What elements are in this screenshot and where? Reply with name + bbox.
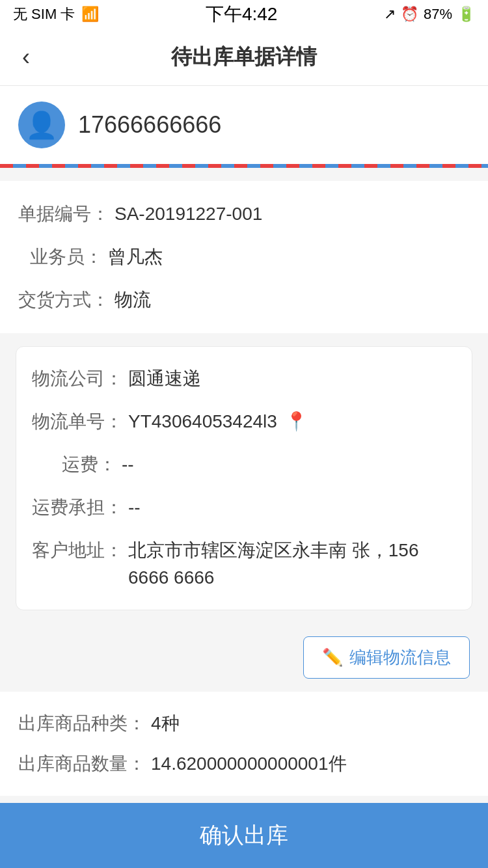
delivery-method-label: 交货方式： (18, 286, 109, 314)
tracking-no-row: 物流单号： YT43064053424l3 📍 (32, 408, 456, 435)
freight-row: 运费： -- (32, 451, 456, 478)
avatar: 👤 (18, 102, 65, 148)
order-info-section: 单据编号： SA-20191227-001 业务员： 曾凡杰 交货方式： 物流 (0, 181, 488, 333)
map-pin-icon[interactable]: 📍 (285, 408, 308, 435)
location-status-icon: ↗ (384, 6, 396, 23)
status-left: 无 SIM 卡 📶 (13, 5, 99, 24)
back-button[interactable]: ‹ (16, 37, 36, 77)
goods-types-row: 出库商品种类： 4种 (18, 711, 470, 736)
section-divider (0, 679, 488, 692)
logistics-company-row: 物流公司： 圆通速递 (32, 365, 456, 392)
status-right: ↗ ⏰ 87% 🔋 (384, 6, 475, 23)
edit-logistics-button[interactable]: ✏️ 编辑物流信息 (303, 636, 470, 679)
battery-text: 87% (424, 6, 452, 23)
freight-value: -- (122, 451, 456, 478)
goods-section: 出库商品种类： 4种 出库商品数量： 14.620000000000001件 (0, 692, 488, 796)
order-no-label: 单据编号： (18, 200, 109, 228)
customer-phone: 17666666666 (78, 111, 221, 139)
sales-person-value: 曾凡杰 (108, 243, 470, 271)
battery-icon: 🔋 (457, 6, 475, 23)
address-label: 客户地址： (32, 537, 123, 564)
goods-types-label: 出库商品种类： (18, 711, 146, 736)
edit-icon: ✏️ (322, 647, 343, 668)
page-title: 待出库单据详情 (171, 43, 317, 72)
customer-header: 👤 17666666666 (0, 86, 488, 164)
logistics-card: 物流公司： 圆通速递 物流单号： YT43064053424l3 📍 运费： -… (16, 346, 472, 610)
confirm-btn-bar[interactable]: 确认出库 (0, 803, 488, 868)
carrier-text: 无 SIM 卡 (13, 5, 75, 24)
logistics-company-value: 圆通速递 (128, 365, 456, 392)
alarm-icon: ⏰ (401, 6, 418, 23)
tracking-no-value: YT43064053424l3 📍 (128, 408, 456, 435)
address-row: 客户地址： 北京市市辖区海淀区永丰南 张，156 6666 6666 (32, 537, 456, 591)
delivery-method-row: 交货方式： 物流 (18, 286, 470, 314)
avatar-icon: 👤 (25, 110, 58, 141)
edit-btn-row: ✏️ 编辑物流信息 (0, 623, 488, 679)
freight-bear-value: -- (128, 494, 456, 521)
sales-person-label: 业务员： (18, 243, 103, 271)
wifi-icon: 📶 (81, 6, 99, 23)
order-no-value: SA-20191227-001 (115, 200, 470, 228)
status-time: 下午4:42 (206, 2, 278, 27)
freight-label: 运费： (32, 451, 116, 478)
dashed-separator (0, 164, 488, 168)
delivery-method-value: 物流 (115, 286, 470, 314)
address-value: 北京市市辖区海淀区永丰南 张，156 6666 6666 (128, 537, 456, 591)
freight-bear-label: 运费承担： (32, 494, 123, 521)
goods-quantity-row: 出库商品数量： 14.620000000000001件 (18, 752, 470, 776)
freight-bear-row: 运费承担： -- (32, 494, 456, 521)
edit-logistics-label: 编辑物流信息 (349, 646, 451, 669)
goods-types-value: 4种 (151, 711, 180, 736)
nav-bar: ‹ 待出库单据详情 (0, 29, 488, 86)
tracking-no-label: 物流单号： (32, 408, 123, 435)
tracking-location-icon[interactable]: 📍 (285, 408, 308, 435)
goods-quantity-value: 14.620000000000001件 (151, 752, 347, 776)
tracking-no-text: YT43064053424l3 (128, 408, 277, 435)
order-no-row: 单据编号： SA-20191227-001 (18, 200, 470, 228)
page-content: 👤 17666666666 单据编号： SA-20191227-001 业务员：… (0, 86, 488, 868)
logistics-company-label: 物流公司： (32, 365, 123, 392)
confirm-btn-label: 确认出库 (200, 821, 288, 850)
status-bar: 无 SIM 卡 📶 下午4:42 ↗ ⏰ 87% 🔋 (0, 0, 488, 29)
sales-person-row: 业务员： 曾凡杰 (18, 243, 470, 271)
goods-quantity-label: 出库商品数量： (18, 752, 146, 776)
